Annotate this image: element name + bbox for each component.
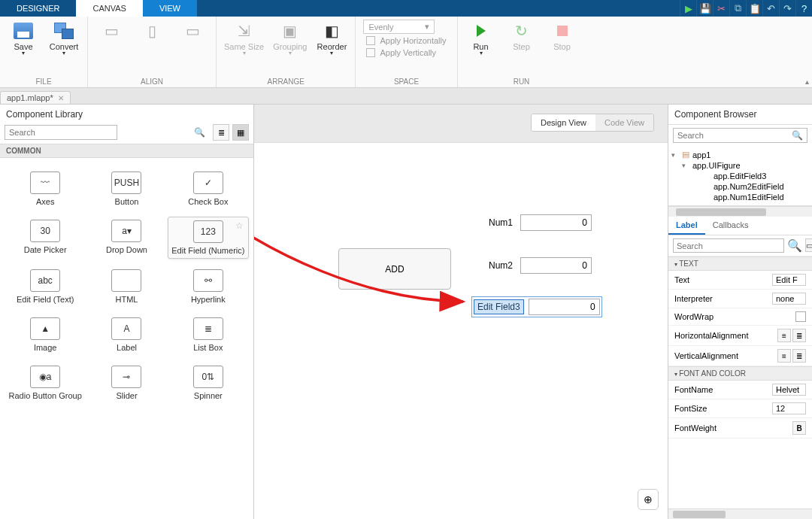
component-icon: ⚯ — [193, 269, 223, 292]
component-item[interactable]: ⊸Slider — [86, 363, 167, 403]
align-option[interactable]: ≣ — [792, 349, 806, 363]
num2-input[interactable] — [520, 257, 592, 274]
group-file: Save Convert FILE — [0, 17, 88, 87]
component-label: Image — [34, 343, 57, 352]
prop-checkbox[interactable] — [795, 311, 806, 322]
component-item[interactable]: ✓Check Box — [168, 168, 249, 209]
favorite-icon[interactable]: ☆ — [235, 220, 244, 231]
align-option[interactable]: ≡ — [777, 349, 791, 363]
align-option[interactable]: ≡ — [777, 329, 791, 342]
prop-search-input[interactable] — [673, 238, 784, 253]
bold-toggle[interactable]: B — [792, 421, 806, 435]
save-quick-icon[interactable]: 💾 — [696, 0, 713, 17]
view-list-icon[interactable]: ≣ — [213, 124, 229, 141]
tree-node[interactable]: app.Num2EditField — [671, 181, 812, 192]
prop-value[interactable]: Edit F — [772, 274, 806, 286]
tree-horiz-scrollbar[interactable] — [668, 206, 812, 217]
tab-callbacks[interactable]: Callbacks — [705, 217, 756, 235]
component-item[interactable]: ◉aRadio Button Group — [5, 363, 86, 403]
component-item[interactable]: a▾Drop Down — [86, 217, 167, 259]
component-item[interactable]: ⚯Hyperlink — [168, 266, 249, 307]
save-button[interactable]: Save — [8, 20, 39, 56]
prop-value[interactable]: 12 — [772, 402, 806, 414]
tab-label[interactable]: Label — [668, 217, 705, 235]
component-label: Drop Down — [106, 245, 147, 254]
tree-node[interactable]: app.EditField3 — [671, 171, 812, 181]
prop-value[interactable]: Helvet — [772, 384, 806, 396]
prop-key: Text — [674, 275, 689, 284]
component-item[interactable]: 0⇅Spinner — [168, 363, 249, 403]
component-label: Button — [115, 197, 139, 206]
browser-search-input[interactable] — [673, 128, 807, 143]
undo-icon[interactable]: ↶ — [762, 0, 779, 17]
tab-canvas[interactable]: CANVAS — [76, 0, 142, 17]
canvas-area: Design View Code View ADD Num1 Num2 Edit… — [254, 105, 668, 519]
ribbon-collapse-icon[interactable]: ▴ — [805, 77, 809, 86]
property-grid: TEXTTextEdit FInterpreternoneWordWrapHor… — [668, 256, 812, 439]
component-label: Radio Button Group — [9, 391, 82, 400]
view-toggle: Design View Code View — [531, 114, 654, 132]
component-item[interactable]: ≣List Box — [168, 314, 249, 355]
component-item[interactable]: 〰Axes — [5, 168, 86, 209]
align-left-icon: ▭ — [95, 20, 127, 42]
component-item[interactable]: ☆123Edit Field (Numeric) — [168, 217, 249, 259]
space-combo[interactable]: Evenly▾ — [363, 20, 435, 34]
add-button[interactable]: ADD — [338, 248, 451, 290]
props-horiz-scrollbar[interactable] — [668, 508, 812, 519]
component-icon: abc — [30, 269, 60, 292]
prop-value[interactable]: none — [772, 293, 806, 305]
editfield3-label[interactable]: Edit Field3 — [474, 299, 524, 314]
close-icon[interactable]: ✕ — [58, 94, 64, 102]
help-icon[interactable]: ? — [795, 0, 812, 17]
paste-icon[interactable]: 📋 — [746, 0, 762, 17]
design-view-tab[interactable]: Design View — [532, 114, 595, 131]
run-button[interactable]: Run — [465, 20, 497, 56]
component-library-panel: Component Library 🔍 ≣ ▦ COMMON 〰AxesPUSH… — [0, 105, 254, 519]
component-item[interactable]: 30Date Picker — [5, 217, 86, 259]
run-quick-icon[interactable]: ▶ — [680, 0, 696, 17]
align-option[interactable]: ≣ — [792, 329, 806, 342]
component-item[interactable]: abcEdit Field (Text) — [5, 266, 86, 307]
component-icon: ⊸ — [111, 366, 141, 388]
search-icon: 🔍 — [787, 238, 802, 253]
component-item[interactable]: HTML — [86, 266, 167, 307]
prop-row: TextEdit F — [668, 271, 812, 290]
component-item[interactable]: PUSHButton — [86, 168, 167, 209]
reorder-button[interactable]: ◧Reorder — [316, 20, 347, 56]
tree-node[interactable]: ▾▤app1 — [671, 149, 812, 160]
convert-button[interactable]: Convert — [48, 20, 80, 56]
prop-categorize-icon[interactable]: ▭ — [805, 238, 812, 252]
editfield3-input[interactable] — [529, 299, 600, 315]
group-arrange: ⇲Same Size ▣Grouping ◧Reorder ARRANGE — [217, 17, 356, 87]
component-label: Edit Field (Numeric) — [171, 246, 244, 255]
category-common: COMMON — [0, 144, 253, 158]
prop-section-header[interactable]: FONT AND COLOR — [668, 366, 812, 381]
component-icon — [111, 269, 141, 292]
component-browser-title: Component Browser — [668, 105, 812, 125]
tree-node[interactable]: ▾app.UIFigure — [671, 160, 812, 171]
num1-input[interactable] — [520, 214, 592, 231]
property-tabs: Label Callbacks — [668, 217, 812, 235]
component-tree[interactable]: ▾▤app1▾app.UIFigureapp.EditField3app.Num… — [668, 146, 812, 206]
zoom-button[interactable]: ⊕ — [638, 489, 659, 510]
prop-row: WordWrap — [668, 308, 812, 326]
component-icon: ≣ — [193, 317, 223, 340]
code-view-tab[interactable]: Code View — [595, 114, 653, 131]
view-grid-icon[interactable]: ▦ — [232, 124, 249, 141]
prop-key: VerticalAlignment — [674, 351, 738, 360]
new-field-selection[interactable]: Edit Field3 — [471, 296, 602, 317]
doc-tab-app1[interactable]: app1.mlapp* ✕ — [0, 91, 71, 104]
redo-icon[interactable]: ↷ — [779, 0, 795, 17]
tab-designer[interactable]: DESIGNER — [0, 0, 76, 17]
group-align: ▭ ▯ ▭ ALIGN — [88, 17, 217, 87]
tree-node[interactable]: app.Num1EditField — [671, 192, 812, 202]
prop-section-header[interactable]: TEXT — [668, 256, 812, 271]
prop-key: HorizontalAlignment — [674, 331, 748, 340]
library-search-input[interactable] — [5, 125, 117, 140]
cut-icon[interactable]: ✂ — [713, 0, 729, 17]
component-item[interactable]: ALabel — [86, 314, 167, 355]
component-item[interactable]: ▲Image — [5, 314, 86, 355]
copy-icon[interactable]: ⧉ — [729, 0, 746, 17]
canvas[interactable]: ADD Num1 Num2 Edit Field3 ⊕ — [254, 142, 668, 519]
tab-view[interactable]: VIEW — [143, 0, 197, 17]
